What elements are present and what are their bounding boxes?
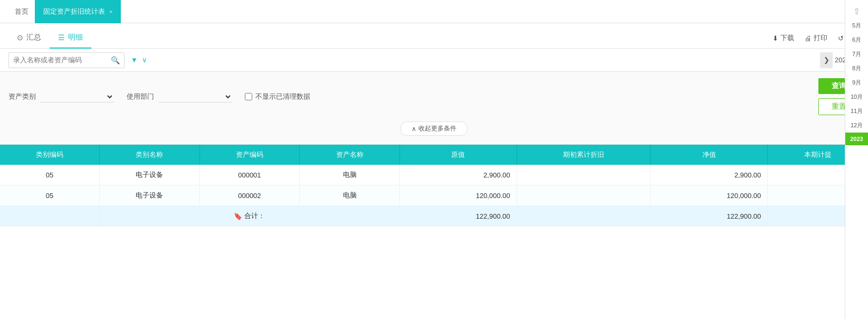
collapse-bar: ∧ 收起更多条件 <box>8 119 860 138</box>
print-icon: 🖨 <box>805 34 812 42</box>
month-7[interactable]: 7月 <box>845 47 868 61</box>
cell-accum <box>517 165 651 185</box>
table-row: 05 电子设备 000002 电脑 120,000.00 120,000.00 <box>0 185 868 206</box>
table-row: 05 电子设备 000001 电脑 2,900.00 2,900.00 <box>0 165 868 185</box>
col-header-asset-code: 资产编码 <box>199 145 300 165</box>
cell-code: 05 <box>0 165 99 185</box>
cell-original: 2,900.00 <box>399 165 517 185</box>
month-12[interactable]: 12月 <box>845 118 868 133</box>
top-nav: 首页 固定资产折旧统计表 × ✕ <box>0 0 868 23</box>
search-input[interactable] <box>13 56 109 64</box>
advanced-filter-panel: 资产类别 使用部门 不显示已清理数据 查询 重置 ∧ 收起更多条件 <box>0 72 868 145</box>
filter-icon: ▼ <box>131 56 138 64</box>
adv-filter-row: 资产类别 使用部门 不显示已清理数据 查询 重置 <box>8 78 860 115</box>
nav-tab-label: 固定资产折旧统计表 <box>43 7 105 16</box>
col-header-code: 类别编码 <box>0 145 99 165</box>
col-header-asset-name: 资产名称 <box>300 145 400 165</box>
download-icon: ⬇ <box>772 34 778 42</box>
cell-asset-name: 电脑 <box>300 185 400 206</box>
nav-home[interactable]: 首页 <box>8 7 35 16</box>
detail-icon: ☰ <box>58 33 65 42</box>
department-field: 使用部门 <box>127 91 232 102</box>
summary-icon: ⊙ <box>17 33 23 42</box>
cell-asset-code: 000002 <box>199 185 300 206</box>
tab-summary-label: 汇总 <box>26 33 41 42</box>
month-6[interactable]: 6月 <box>845 33 868 47</box>
data-table-wrap: 类别编码 类别名称 资产编码 资产名称 原值 期初累计折旧 净值 本期计提 05… <box>0 145 868 319</box>
cell-asset-name: 电脑 <box>300 165 400 185</box>
month-10[interactable]: 10月 <box>845 90 868 104</box>
month-sidebar: ⇧ 5月 6月 7月 8月 9月 10月 11月 12月 2023 <box>845 0 868 319</box>
collapse-button[interactable]: ∧ 收起更多条件 <box>400 121 468 136</box>
col-header-net: 净值 <box>651 145 768 165</box>
download-label: 下载 <box>780 33 794 43</box>
search-input-wrap[interactable]: 🔍 <box>8 52 125 68</box>
asset-type-label: 资产类别 <box>8 92 36 101</box>
month-5[interactable]: 5月 <box>845 18 868 33</box>
collapse-label: 收起更多条件 <box>418 124 456 133</box>
col-header-accum: 期初累计折旧 <box>517 145 651 165</box>
asset-type-select[interactable] <box>40 91 114 102</box>
cell-original: 120,000.00 <box>399 185 517 206</box>
exclude-cleared-label: 不显示已清理数据 <box>255 92 310 101</box>
total-label-cell: 🔖 合计： <box>99 206 399 227</box>
month-9[interactable]: 9月 <box>845 76 868 90</box>
filter-bar: 🔍 ▼ ∨ ❯ 2023.01 <box>0 49 868 72</box>
total-net: 122,900.00 <box>651 206 768 227</box>
table-header-row: 类别编码 类别名称 资产编码 资产名称 原值 期初累计折旧 净值 本期计提 <box>0 145 868 165</box>
cell-accum <box>517 185 651 206</box>
cell-name: 电子设备 <box>99 185 199 206</box>
total-cell <box>0 206 99 227</box>
tab-summary[interactable]: ⊙ 汇总 <box>8 33 50 49</box>
asset-type-field: 资产类别 <box>8 91 114 102</box>
cell-net: 120,000.00 <box>651 185 768 206</box>
collapse-icon: ∧ <box>412 125 416 133</box>
month-11[interactable]: 11月 <box>845 104 868 118</box>
total-icon: 🔖 <box>234 212 242 220</box>
sub-tab-bar: ⊙ 汇总 ☰ 明细 ⬇ 下载 🖨 打印 ↺ 刷新 <box>0 23 868 49</box>
print-button[interactable]: 🖨 打印 <box>805 33 827 43</box>
department-select[interactable] <box>158 91 232 102</box>
cell-asset-code: 000001 <box>199 165 300 185</box>
exclude-cleared-checkbox[interactable] <box>245 93 252 100</box>
print-label: 打印 <box>814 33 827 43</box>
date-prev-button[interactable]: ❯ <box>820 52 833 68</box>
search-icon[interactable]: 🔍 <box>111 56 120 64</box>
refresh-icon: ↺ <box>838 34 844 42</box>
month-8[interactable]: 8月 <box>845 61 868 76</box>
total-accum <box>517 206 651 227</box>
cell-name: 电子设备 <box>99 165 199 185</box>
col-header-name: 类别名称 <box>99 145 199 165</box>
exclude-cleared-field: 不显示已清理数据 <box>245 92 310 101</box>
download-button[interactable]: ⬇ 下载 <box>772 33 794 43</box>
total-original: 122,900.00 <box>399 206 517 227</box>
cell-code: 05 <box>0 185 99 206</box>
nav-tab-close[interactable]: × <box>109 8 112 15</box>
total-row: 🔖 合计： 122,900.00 122,900.00 <box>0 206 868 227</box>
year-badge[interactable]: 2023 <box>845 133 868 145</box>
col-header-original: 原值 <box>399 145 517 165</box>
cell-net: 2,900.00 <box>651 165 768 185</box>
total-label: 合计： <box>244 211 265 221</box>
tab-detail[interactable]: ☰ 明细 <box>50 33 91 49</box>
month-scroll-up[interactable]: ⇧ <box>853 4 860 18</box>
department-label: 使用部门 <box>127 92 154 101</box>
chevron-down-icon: ∨ <box>142 56 147 64</box>
tab-detail-label: 明细 <box>68 33 83 42</box>
nav-active-tab[interactable]: 固定资产折旧统计表 × <box>35 0 121 23</box>
more-conditions-button[interactable]: ▼ ∨ <box>131 56 147 64</box>
data-table: 类别编码 类别名称 资产编码 资产名称 原值 期初累计折旧 净值 本期计提 05… <box>0 145 868 227</box>
